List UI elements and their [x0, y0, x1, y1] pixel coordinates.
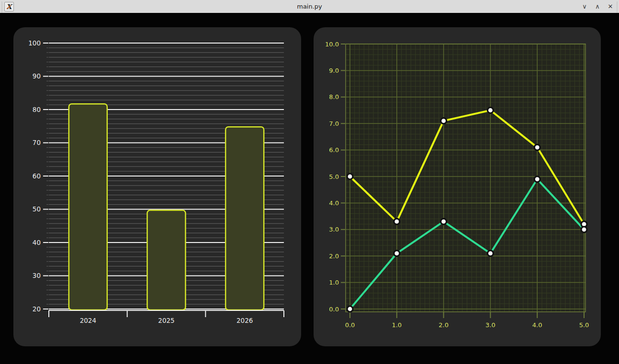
green-series-marker — [581, 227, 587, 232]
line-chart-ytick-label: 0.0 — [329, 306, 339, 313]
bar-2024 — [69, 104, 107, 310]
bar-chart-canvas: 2030405060708090100202420252026 — [13, 27, 301, 346]
window-content: 2030405060708090100202420252026 0.01.02.… — [0, 13, 619, 364]
bar-chart-ytick-label: 50 — [33, 205, 41, 213]
bar-chart-panel: 2030405060708090100202420252026 — [13, 27, 301, 346]
line-chart-ytick-label: 3.0 — [329, 226, 339, 233]
yellow-series-marker — [534, 144, 540, 150]
green-series-marker — [394, 251, 400, 256]
bar-chart-xtick-label: 2026 — [236, 317, 253, 324]
bar-chart-ytick-label: 90 — [33, 72, 41, 80]
yellow-series-marker — [394, 219, 400, 224]
line-chart-xtick-label: 3.0 — [485, 321, 495, 329]
green-series-marker — [534, 176, 540, 182]
line-chart-ytick-label: 6.0 — [329, 146, 339, 154]
yellow-series-marker — [441, 118, 447, 124]
line-chart-xtick-label: 5.0 — [579, 321, 589, 329]
line-chart-panel: 0.01.02.03.04.05.00.01.02.03.04.05.06.07… — [314, 27, 601, 346]
line-chart-ytick-label: 7.0 — [329, 120, 339, 127]
yellow-series-marker — [347, 174, 353, 179]
green-series-marker — [487, 251, 493, 256]
green-series-marker — [441, 219, 447, 224]
bar-chart-ytick-label: 70 — [33, 139, 41, 146]
line-chart-ytick-label: 2.0 — [329, 253, 339, 260]
bar-chart-xtick-label: 2024 — [80, 317, 96, 324]
line-chart-ytick-label: 10.0 — [325, 41, 339, 48]
line-chart-ytick-label: 1.0 — [329, 279, 339, 286]
yellow-series-marker — [487, 108, 493, 113]
line-chart-xtick-label: 4.0 — [532, 321, 542, 329]
bar-chart-ytick-label: 60 — [33, 172, 41, 180]
line-chart-xtick-label: 0.0 — [345, 321, 355, 329]
line-chart-ytick-label: 5.0 — [329, 173, 339, 180]
line-chart-xtick-label: 2.0 — [439, 321, 449, 329]
line-chart-ytick-label: 9.0 — [329, 67, 339, 74]
bar-chart-ytick-label: 20 — [33, 305, 41, 313]
bar-2026 — [225, 127, 264, 310]
bar-2025 — [147, 210, 186, 310]
bar-chart-xtick-label: 2025 — [158, 317, 174, 324]
bar-chart-ytick-label: 30 — [33, 272, 41, 279]
line-chart-ytick-label: 8.0 — [329, 93, 339, 100]
line-chart-canvas: 0.01.02.03.04.05.00.01.02.03.04.05.06.07… — [314, 27, 601, 346]
line-chart-ytick-label: 4.0 — [329, 199, 339, 207]
green-series-marker — [347, 306, 353, 312]
bar-chart-ytick-label: 80 — [33, 106, 41, 113]
bar-chart-ytick-label: 100 — [28, 39, 41, 47]
line-chart-xtick-label: 1.0 — [392, 321, 402, 329]
bar-chart-ytick-label: 40 — [33, 239, 41, 246]
